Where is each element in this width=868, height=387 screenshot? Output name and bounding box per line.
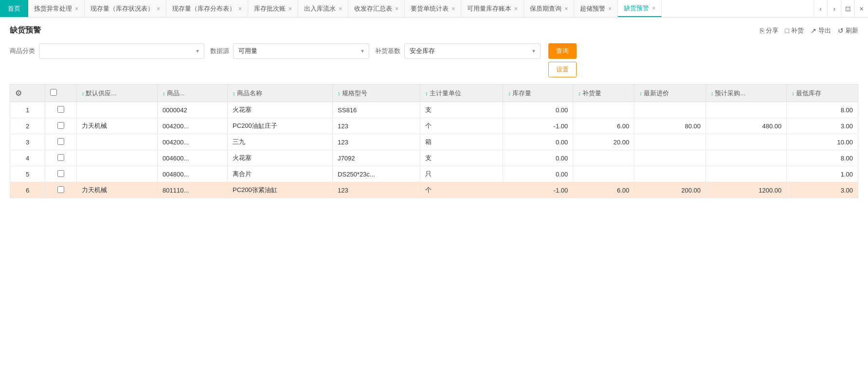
sort-spec-icon[interactable]: ↕ [338, 90, 341, 96]
row-check-cell[interactable] [45, 118, 77, 134]
sort-latestprice-icon[interactable]: ↕ [639, 90, 642, 96]
tab-restore-button[interactable]: ⊡ [841, 0, 854, 18]
th-replenish: ↕补货量 [573, 85, 634, 102]
row-name: PC200油缸庄子 [228, 118, 333, 134]
replenish-button[interactable]: □ 补货 [785, 26, 804, 35]
tab-available-ledger[interactable]: 可用量库存账本× [461, 0, 524, 17]
tab-stock-dist[interactable]: 现存量（库存分布表）× [166, 0, 248, 17]
tab-close-icon[interactable]: × [75, 5, 78, 12]
tab-stock-status[interactable]: 现存量（库存状况表）× [85, 0, 166, 17]
tab-close-all-button[interactable]: × [854, 0, 868, 18]
table-row: 6 力天机械 801110... PC200张紧油缸 123 个 -1.00 6… [10, 182, 858, 198]
replenish-base-select-value: 安全库存 [410, 47, 435, 55]
sort-supplier-icon[interactable]: ↕ [82, 90, 85, 96]
tab-order-stat[interactable]: 要货单统计表× [405, 0, 461, 17]
th-spec: ↕规格型号 [333, 85, 420, 102]
row-checkbox[interactable] [57, 138, 64, 145]
tab-label: 现存量（库存状况表） [90, 4, 154, 13]
row-checkbox[interactable] [57, 122, 64, 129]
tab-close-icon[interactable]: × [238, 5, 242, 12]
check-all-header[interactable] [45, 85, 77, 102]
tab-label: 缺货预警 [624, 4, 649, 13]
sort-code-icon[interactable]: ↕ [163, 90, 165, 96]
row-replenish: 6.00 [573, 118, 634, 134]
row-estpurchase: 1200.00 [705, 182, 786, 198]
refresh-button[interactable]: ↺ 刷新 [838, 26, 858, 35]
tab-label: 出入库流水 [304, 4, 336, 13]
tab-receive-summary[interactable]: 收发存汇总表× [348, 0, 405, 17]
row-unit: 只 [420, 166, 503, 182]
page-header: 缺货预警 ⎘ 分享 □ 补货 ↗ 导出 ↺ 刷新 [10, 25, 858, 35]
th-minstok: ↕最低库存 [787, 85, 858, 102]
row-latestprice [634, 102, 706, 118]
row-estpurchase: 480.00 [705, 118, 786, 134]
tab-close-icon[interactable]: × [395, 5, 398, 12]
row-supplier [76, 150, 157, 166]
tab-label: 拣货异常处理 [34, 4, 72, 13]
datasource-chevron-icon: ▾ [361, 48, 364, 54]
share-label: 分享 [766, 26, 778, 35]
replenish-base-select[interactable]: 安全库存 ▾ [404, 43, 541, 59]
tab-close-icon[interactable]: × [452, 5, 455, 12]
share-icon: ⎘ [760, 27, 764, 35]
row-check-cell[interactable] [45, 102, 77, 118]
tab-abnormal[interactable]: 拣货异常处理× [28, 0, 85, 17]
tab-expiry[interactable]: 保质期查询× [524, 0, 574, 17]
row-spec: 123 [333, 118, 420, 134]
share-button[interactable]: ⎘ 分享 [760, 26, 778, 35]
page-content: 缺货预警 ⎘ 分享 □ 补货 ↗ 导出 ↺ 刷新 商品分类 [0, 18, 868, 387]
th-estpurchase: ↕预计采购... [705, 85, 786, 102]
th-unit: ↕主计量单位 [420, 85, 503, 102]
row-name: 三九 [228, 134, 333, 150]
row-stock: 0.00 [503, 134, 573, 150]
row-index: 2 [10, 118, 45, 134]
sort-unit-icon[interactable]: ↕ [425, 90, 428, 96]
tab-close-icon[interactable]: × [339, 5, 342, 12]
check-all-checkbox[interactable] [50, 89, 57, 96]
sort-name-icon[interactable]: ↕ [233, 90, 235, 96]
datasource-select[interactable]: 可用量 ▾ [233, 43, 369, 59]
row-unit: 个 [420, 182, 503, 198]
tab-bar: 首页 拣货异常处理×现存量（库存状况表）×现存量（库存分布表）×库存批次账×出入… [0, 0, 868, 18]
data-table: ⚙ ↕默认供应... ↕商品... ↕商品名称 ↕规格型号 ↕主计量单位 [10, 84, 858, 198]
datasource-filter-group: 数据源 可用量 ▾ [210, 43, 369, 59]
row-checkbox[interactable] [57, 106, 64, 113]
row-checkbox[interactable] [57, 170, 64, 177]
tab-close-icon[interactable]: × [157, 5, 160, 12]
row-checkbox[interactable] [57, 186, 64, 193]
settings-button[interactable]: 设置 [548, 62, 577, 77]
tab-close-icon[interactable]: × [564, 5, 568, 12]
tab-close-icon[interactable]: × [289, 5, 292, 12]
export-button[interactable]: ↗ 导出 [811, 26, 831, 35]
row-check-cell[interactable] [45, 182, 77, 198]
row-latestprice [634, 134, 706, 150]
row-check-cell[interactable] [45, 166, 77, 182]
tab-label: 库存批次账 [254, 4, 286, 13]
row-stock: 0.00 [503, 150, 573, 166]
tab-prev-button[interactable]: ‹ [814, 0, 827, 18]
tab-close-icon[interactable]: × [652, 5, 655, 12]
tab-batch[interactable]: 库存批次账× [248, 0, 298, 17]
sort-replenish-icon[interactable]: ↕ [578, 90, 581, 96]
tab-home[interactable]: 首页 [0, 0, 28, 17]
category-select[interactable]: ▾ [39, 43, 204, 59]
sort-estpurchase-icon[interactable]: ↕ [711, 90, 714, 96]
sort-stock-icon[interactable]: ↕ [508, 90, 511, 96]
tab-close-icon[interactable]: × [514, 5, 518, 12]
tab-next-button[interactable]: › [827, 0, 841, 18]
tab-shortage[interactable]: 缺货预警× [618, 0, 662, 17]
tab-inout-flow[interactable]: 出入库流水× [298, 0, 348, 17]
row-check-cell[interactable] [45, 134, 77, 150]
row-replenish: 20.00 [573, 134, 634, 150]
row-check-cell[interactable] [45, 150, 77, 166]
replenish-base-label: 补货基数 [375, 47, 400, 55]
tab-close-icon[interactable]: × [608, 5, 612, 12]
row-spec: SS816 [333, 102, 420, 118]
sort-minstok-icon[interactable]: ↕ [792, 90, 795, 96]
row-checkbox[interactable] [57, 154, 64, 161]
gear-header[interactable]: ⚙ [10, 85, 45, 102]
tab-overstock[interactable]: 超储预警× [574, 0, 618, 17]
query-button[interactable]: 查询 [548, 43, 577, 59]
th-latestprice: ↕最新进价 [634, 85, 706, 102]
row-code: 004600... [158, 150, 228, 166]
